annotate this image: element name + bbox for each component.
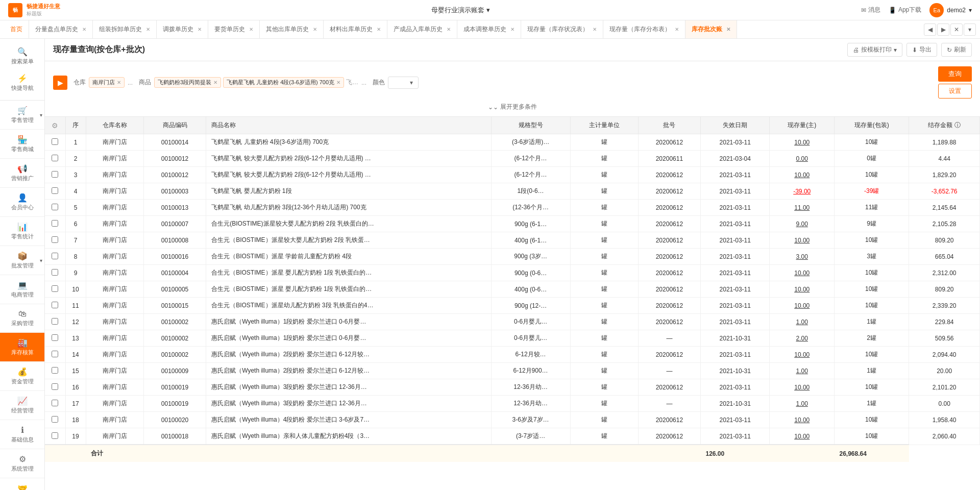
row-checkbox-cell[interactable]	[45, 363, 65, 379]
row-qty-main[interactable]: 10.00	[770, 232, 835, 249]
row-checkbox[interactable]	[52, 334, 58, 341]
tab-inventory-status[interactable]: 现存量（库存状况表） ✕	[521, 20, 603, 39]
row-checkbox-cell[interactable]	[45, 232, 65, 249]
tab-yaohuo[interactable]: 要货单历史 ✕	[208, 20, 260, 39]
row-qty-main[interactable]: 2.00	[770, 330, 835, 347]
col-gear[interactable]: ⚙	[45, 117, 65, 134]
sidebar-item-retail-mgmt[interactable]: 🛒 零售管理 ▾	[0, 101, 44, 130]
remove-warehouse-tag-icon[interactable]: ✕	[117, 80, 121, 85]
tab-next-btn[interactable]: ▶	[937, 23, 949, 36]
sidebar-item-batch-mgmt[interactable]: 📦 批发管理 ▾	[0, 246, 44, 275]
system-selector[interactable]: 母婴行业演示账套 ▾	[431, 6, 490, 15]
row-qty-main[interactable]: -39.00	[770, 183, 835, 200]
row-qty-main[interactable]: 0.00	[770, 151, 835, 167]
sidebar-item-enterprise[interactable]: 🤝 企业协同	[0, 478, 44, 490]
product-more-dots[interactable]: ...	[361, 79, 366, 86]
tab-zuchai[interactable]: 组装拆卸单历史 ✕	[93, 20, 157, 39]
tab-cost-adjust[interactable]: 成本调整单历史 ✕	[457, 20, 521, 39]
row-checkbox[interactable]	[52, 253, 58, 259]
export-btn[interactable]: ⬇ 导出	[906, 43, 937, 57]
row-checkbox[interactable]	[52, 155, 58, 161]
tab-batch-ledger[interactable]: 库存批次账 ✕	[685, 20, 737, 39]
row-qty-main[interactable]: 10.00	[770, 428, 835, 445]
sidebar-item-marketing[interactable]: 📢 营销推广	[0, 159, 44, 188]
row-qty-main[interactable]: 10.00	[770, 298, 835, 314]
sidebar-item-retail-stats[interactable]: 📊 零售统计	[0, 217, 44, 246]
tab-menu-btn[interactable]: ▾	[964, 23, 976, 36]
sidebar-search-btn[interactable]: 🔍 搜索菜单	[0, 43, 44, 69]
sidebar-item-basic-info[interactable]: ℹ 基础信息	[0, 420, 44, 449]
sidebar-item-member-center[interactable]: 👤 会员中心	[0, 188, 44, 217]
tab-close-all-btn[interactable]: ✕	[950, 23, 963, 36]
row-checkbox[interactable]	[52, 171, 58, 178]
row-qty-main[interactable]: 10.00	[770, 281, 835, 298]
tab-close-icon[interactable]: ✕	[447, 27, 451, 32]
tab-tiaobo[interactable]: 调拨单历史 ✕	[157, 20, 208, 39]
row-checkbox[interactable]	[52, 187, 58, 194]
tab-other-out[interactable]: 其他出库单历史 ✕	[260, 20, 324, 39]
row-checkbox[interactable]	[52, 269, 58, 276]
tab-close-icon[interactable]: ✕	[82, 27, 86, 32]
row-qty-main[interactable]: 11.00	[770, 200, 835, 216]
sidebar-item-inventory[interactable]: 🏭 库存核算	[0, 333, 44, 362]
tab-inventory-dist[interactable]: 现存量（库存分布表） ✕	[603, 20, 685, 39]
message-btn[interactable]: ✉ 消息	[861, 6, 880, 14]
row-checkbox[interactable]	[52, 302, 58, 308]
warehouse-tag-0[interactable]: 南岸门店 ✕	[89, 77, 125, 88]
row-checkbox-cell[interactable]	[45, 281, 65, 298]
tab-fenpan[interactable]: 分量盘点单历史 ✕	[29, 20, 93, 39]
tab-prev-btn[interactable]: ◀	[924, 23, 936, 36]
row-qty-main[interactable]: 10.00	[770, 347, 835, 363]
remove-product-tag-1-icon[interactable]: ✕	[336, 80, 340, 85]
expand-more-btn[interactable]: ⌄⌄ 展开更多条件	[53, 103, 972, 111]
row-checkbox-cell[interactable]	[45, 396, 65, 412]
settings-btn[interactable]: 设置	[938, 84, 972, 99]
row-checkbox[interactable]	[52, 138, 58, 145]
tab-material-out[interactable]: 材料出库单历史 ✕	[324, 20, 387, 39]
row-qty-main[interactable]: 10.00	[770, 167, 835, 183]
color-dropdown-btn[interactable]: ▾	[388, 77, 419, 89]
refresh-btn[interactable]: ↻ 刷新	[941, 43, 972, 57]
print-btn[interactable]: 🖨 按模板打印 ▾	[847, 43, 902, 57]
row-checkbox-cell[interactable]	[45, 347, 65, 363]
row-checkbox-cell[interactable]	[45, 265, 65, 281]
row-checkbox-cell[interactable]	[45, 167, 65, 183]
tab-close-icon[interactable]: ✕	[593, 27, 597, 32]
remove-product-tag-0-icon[interactable]: ✕	[213, 80, 217, 85]
user-info[interactable]: Ea demo2 ▾	[929, 3, 972, 17]
row-qty-main[interactable]: 1.00	[770, 363, 835, 379]
tab-product-in[interactable]: 产成品入库单历史 ✕	[387, 20, 457, 39]
row-checkbox[interactable]	[52, 318, 58, 325]
row-checkbox-cell[interactable]	[45, 298, 65, 314]
row-checkbox-cell[interactable]	[45, 216, 65, 232]
filter-expand-btn[interactable]: ▶	[53, 76, 67, 90]
product-tag-1[interactable]: 飞鹤星飞帆 儿童奶粉 4段(3-6岁适用) 700克 ✕	[223, 77, 344, 88]
sidebar-item-purchase[interactable]: 🛍 采购管理	[0, 304, 44, 333]
row-checkbox-cell[interactable]	[45, 330, 65, 347]
row-checkbox[interactable]	[52, 383, 58, 390]
row-qty-main[interactable]: 9.00	[770, 216, 835, 232]
row-qty-main[interactable]: 1.00	[770, 314, 835, 330]
gear-settings-icon[interactable]: ⚙	[52, 121, 58, 130]
row-checkbox-cell[interactable]	[45, 428, 65, 445]
row-checkbox-cell[interactable]	[45, 314, 65, 330]
sidebar-item-operations[interactable]: 📈 经营管理	[0, 391, 44, 420]
row-checkbox[interactable]	[52, 220, 58, 227]
row-checkbox[interactable]	[52, 367, 58, 374]
tab-home[interactable]: 首页	[4, 20, 29, 39]
row-checkbox-cell[interactable]	[45, 151, 65, 167]
row-checkbox[interactable]	[52, 351, 58, 357]
tab-close-icon[interactable]: ✕	[249, 27, 253, 32]
row-qty-main[interactable]: 1.00	[770, 396, 835, 412]
row-checkbox-cell[interactable]	[45, 200, 65, 216]
sidebar-item-finance[interactable]: 💰 资金管理	[0, 362, 44, 391]
row-qty-main[interactable]: 10.00	[770, 134, 835, 151]
tab-close-icon[interactable]: ✕	[198, 27, 202, 32]
warehouse-more-dots[interactable]: ...	[128, 79, 133, 86]
row-checkbox[interactable]	[52, 416, 58, 423]
sidebar-item-retail-shop[interactable]: 🏪 零售商城	[0, 130, 44, 159]
sidebar-item-ecommerce[interactable]: 💻 电商管理	[0, 275, 44, 304]
row-checkbox-cell[interactable]	[45, 379, 65, 396]
row-qty-main[interactable]: 10.00	[770, 379, 835, 396]
row-checkbox[interactable]	[52, 285, 58, 292]
